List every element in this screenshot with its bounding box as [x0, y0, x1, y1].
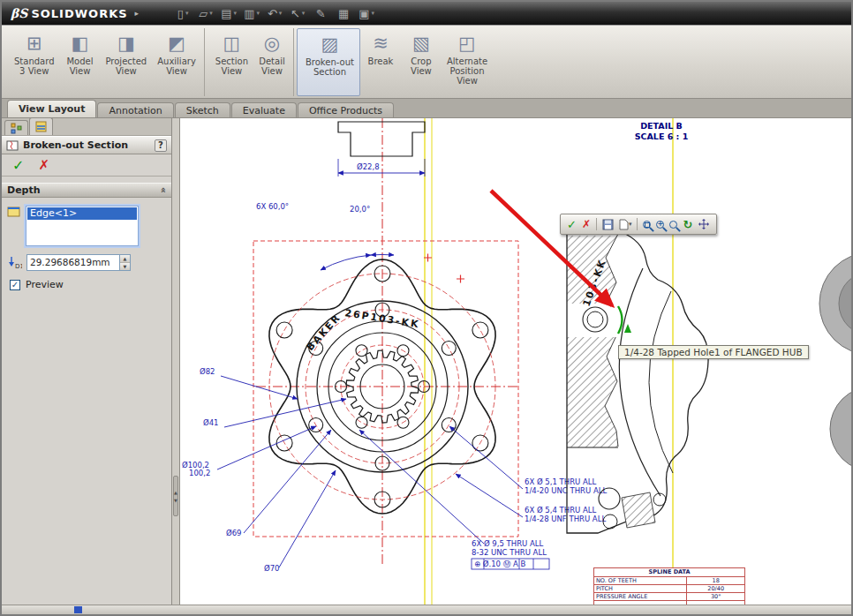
- open-icon[interactable]: [195, 4, 216, 22]
- svg-text:D1: D1: [15, 263, 22, 270]
- save-icon[interactable]: [602, 219, 614, 230]
- ok-button[interactable]: ✓: [12, 157, 24, 174]
- svg-text:100,2: 100,2: [189, 469, 210, 477]
- command-label: Detail View: [259, 56, 284, 76]
- tab-property-manager[interactable]: [29, 117, 53, 135]
- panel-splitter[interactable]: ▲▼: [172, 118, 180, 605]
- command-label: Model View: [66, 56, 93, 76]
- command-button[interactable]: Alternate Position View: [442, 28, 493, 96]
- print-icon[interactable]: [241, 4, 262, 22]
- help-button[interactable]: ?: [155, 139, 167, 152]
- command-icon: [117, 32, 135, 55]
- toolbar-divider: [637, 218, 638, 230]
- command-button[interactable]: Auxiliary View: [152, 28, 205, 96]
- command-button[interactable]: Section View: [208, 28, 253, 96]
- pan-icon[interactable]: [698, 218, 710, 230]
- command-icon: [223, 32, 240, 55]
- spin-down-icon[interactable]: ▼: [120, 263, 130, 270]
- command-button[interactable]: Model View: [60, 28, 101, 96]
- selected-edge-item[interactable]: Edge<1>: [27, 207, 137, 220]
- splitter-handle[interactable]: ▲▼: [173, 476, 178, 516]
- ribbon-tab[interactable]: Office Products: [298, 102, 394, 117]
- property-manager-header: Broken-out Section ?: [2, 136, 171, 154]
- sheet-dropdown-icon[interactable]: ▾: [619, 219, 632, 230]
- cancel-button[interactable]: ✗: [38, 157, 49, 173]
- highlighted-edge[interactable]: [618, 306, 623, 334]
- dimensions: 6X 60,0° 20,0° Ø82 Ø41 Ø100,2 100,2 Ø69 …: [182, 202, 607, 573]
- collapse-chevron-icon: »: [157, 187, 169, 193]
- svg-text:8-32 UNC THRU ALL: 8-32 UNC THRU ALL: [472, 548, 547, 557]
- zoom-fit-icon[interactable]: [669, 221, 677, 229]
- command-icon: [168, 32, 185, 55]
- zoom-area-icon[interactable]: [643, 221, 651, 229]
- svg-text:6X Ø 5,1 THRU ALL: 6X Ø 5,1 THRU ALL: [525, 477, 597, 486]
- depth-d1-icon: D1: [7, 255, 22, 270]
- command-button[interactable]: Detail View: [253, 28, 294, 96]
- cancel-icon[interactable]: ✗: [582, 219, 591, 229]
- command-icon: [321, 33, 339, 56]
- command-button[interactable]: Broken-out Section: [297, 28, 360, 96]
- spline-data-table: SPLINE DATA NO. OF TEETH 18 PITCH 20/40 …: [593, 567, 745, 605]
- preview-checkbox[interactable]: [10, 280, 20, 290]
- depth-value-input[interactable]: 29.29686819mm ▲ ▼: [26, 254, 131, 271]
- panel-tab-strip: [2, 118, 171, 136]
- svg-text:6X Ø 5,4 THRU ALL: 6X Ø 5,4 THRU ALL: [525, 506, 597, 515]
- command-button[interactable]: Crop View: [401, 28, 442, 96]
- spline-table-row: PRESSURE ANGLE 30°: [594, 592, 744, 600]
- ribbon-tab[interactable]: View Layout: [7, 100, 96, 117]
- ribbon-tab[interactable]: Annotation: [97, 102, 173, 117]
- new-document-icon[interactable]: [172, 4, 193, 22]
- depth-value[interactable]: 29.29686819mm: [27, 255, 119, 270]
- options-icon[interactable]: [333, 4, 354, 22]
- command-label: Break: [368, 56, 394, 66]
- status-bar: [2, 605, 851, 614]
- spline-table-title: SPLINE DATA: [594, 568, 744, 576]
- svg-text:Ø82: Ø82: [200, 367, 215, 376]
- depth-group-header[interactable]: Depth »: [2, 183, 171, 198]
- selection-listbox[interactable]: Edge<1>: [26, 206, 139, 246]
- solidworks-window: βS SOLIDWORKS ▸: [0, 0, 853, 616]
- baker-text: BAKER: [305, 312, 343, 353]
- svg-text:Ø41: Ø41: [203, 418, 219, 427]
- confirm-icon[interactable]: ✓: [567, 219, 577, 230]
- command-manager-tabs: View Layout Annotation Sketch Evaluate O…: [2, 99, 851, 118]
- command-icon: [26, 32, 42, 55]
- command-button[interactable]: Projected View: [101, 28, 153, 96]
- command-label: Standard 3 View: [14, 56, 55, 76]
- drawing-sheet: Ø22,8 26P103-KK BAKER: [180, 118, 851, 605]
- sketch-point-markers: [424, 254, 464, 283]
- undo-icon[interactable]: [264, 4, 285, 22]
- depth-spinner: ▲ ▼: [119, 255, 130, 270]
- menu-expand-icon[interactable]: ▸: [135, 9, 140, 18]
- status-indicator: [74, 606, 82, 613]
- tab-feature-manager[interactable]: [4, 120, 28, 135]
- ribbon-tab[interactable]: Sketch: [175, 102, 230, 117]
- svg-text:1/4-28 UNF THRU ALL: 1/4-28 UNF THRU ALL: [525, 515, 606, 523]
- spin-up-icon[interactable]: ▲: [120, 255, 130, 263]
- drawing-canvas[interactable]: Ø22,8 26P103-KK BAKER: [180, 118, 851, 605]
- command-label: Crop View: [411, 56, 432, 76]
- depth-group-label: Depth: [7, 184, 41, 196]
- command-icon: [373, 32, 389, 55]
- save-icon[interactable]: [218, 4, 239, 22]
- property-manager-icon: [35, 121, 47, 132]
- zoom-inout-icon[interactable]: [656, 221, 664, 229]
- refresh-icon[interactable]: ↻: [683, 219, 692, 230]
- top-partial-view: [338, 122, 425, 156]
- command-button[interactable]: Standard 3 View: [9, 28, 60, 96]
- svg-text:Ø70: Ø70: [264, 564, 280, 573]
- spline-table-row: PITCH 20/40: [594, 584, 744, 592]
- standard-toolbar: [172, 4, 377, 22]
- toolbar-divider: [596, 218, 597, 230]
- title-bar: βS SOLIDWORKS ▸: [2, 2, 851, 25]
- svg-text:6X Ø 9,5 THRU ALL: 6X Ø 9,5 THRU ALL: [472, 539, 544, 548]
- select-icon[interactable]: [287, 4, 308, 22]
- command-icon: [72, 32, 89, 55]
- command-button[interactable]: Break: [360, 28, 401, 96]
- sketch-icon[interactable]: [310, 4, 331, 22]
- svg-text:Ø22,8: Ø22,8: [357, 162, 380, 171]
- views-icon[interactable]: [356, 4, 377, 22]
- command-label: Broken-out Section: [306, 57, 354, 77]
- ribbon-tab[interactable]: Evaluate: [231, 102, 297, 117]
- model-preview-partial: [819, 252, 851, 471]
